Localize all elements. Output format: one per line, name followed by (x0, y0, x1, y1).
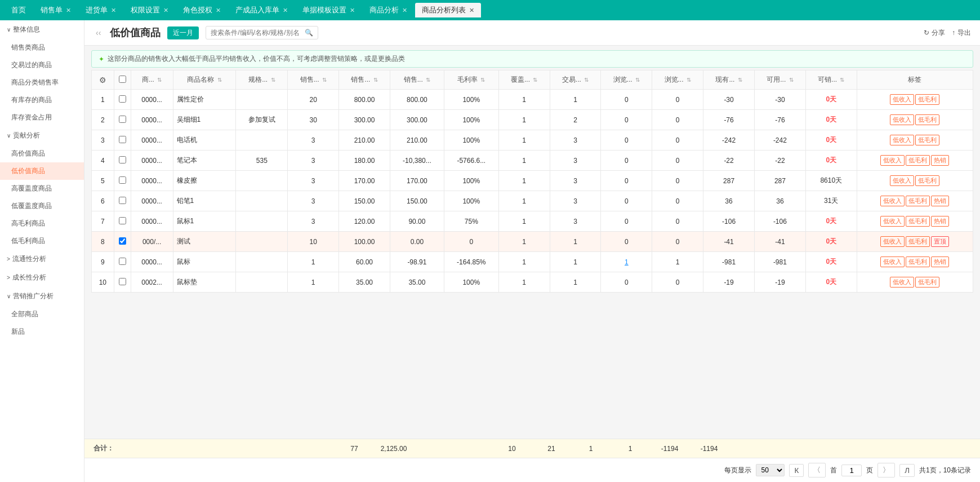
nav-item-销售单[interactable]: 销售单✕ (34, 3, 78, 17)
checkbox-header[interactable] (114, 70, 131, 90)
sidebar-section-3[interactable]: > 成长性分析 (0, 268, 84, 287)
row-sale-qty: 3 (288, 211, 339, 232)
tag-低收入: 低收入 (880, 216, 905, 227)
row-gross-margin: 100% (444, 272, 498, 293)
row-gross-margin: 0 (444, 232, 498, 252)
sidebar-item-高毛利商品[interactable]: 高毛利商品 (0, 215, 84, 232)
tag-热销: 热销 (931, 257, 949, 267)
nav-item-角色授权[interactable]: 角色授权✕ (176, 3, 228, 17)
nav-item-商品分析列表[interactable]: 商品分析列表✕ (415, 3, 481, 17)
row-available: -981 (754, 252, 805, 272)
row-checkbox[interactable] (119, 237, 126, 245)
search-input[interactable] (206, 26, 318, 39)
row-checkbox-cell[interactable] (114, 272, 131, 293)
nav-item-单据模板设置[interactable]: 单据模板设置✕ (296, 3, 362, 17)
nav-close-icon[interactable]: ✕ (216, 7, 221, 14)
row-checkbox-cell[interactable] (114, 171, 131, 191)
row-checkbox-cell[interactable] (114, 130, 131, 151)
row-view2: 0 (652, 171, 703, 191)
footer-col-6: 2,125.00 (374, 445, 413, 453)
page-size-select[interactable]: 50 100 200 (756, 464, 785, 476)
sidebar-item-低毛利商品[interactable]: 低毛利商品 (0, 232, 84, 250)
nav-item-首页[interactable]: 首页 (5, 3, 33, 17)
sidebar-item-高价值商品[interactable]: 高价值商品 (0, 145, 84, 162)
days-badge: 31天 (824, 197, 838, 205)
expand-arrow-icon: > (7, 256, 10, 262)
share-button[interactable]: ↻ 分享 (924, 28, 945, 38)
row-available: -76 (754, 110, 805, 130)
row-checkbox[interactable] (119, 217, 126, 224)
row-sale-amount: 300.00 (390, 110, 444, 130)
row-checkbox-cell[interactable] (114, 211, 131, 232)
nav-close-icon[interactable]: ✕ (283, 7, 288, 14)
row-checkbox[interactable] (119, 116, 126, 123)
nav-item-权限设置[interactable]: 权限设置✕ (124, 3, 175, 17)
nav-close-icon[interactable]: ✕ (469, 7, 474, 14)
next-page-button[interactable]: 〉 (877, 463, 895, 477)
tag-低收入: 低收入 (880, 196, 905, 206)
row-checkbox-cell[interactable] (114, 90, 131, 110)
nav-item-产成品入库单[interactable]: 产成品入库单✕ (229, 3, 295, 17)
nav-item-进货单[interactable]: 进货单✕ (79, 3, 123, 17)
row-spec: 参加复试 (236, 110, 288, 130)
row-checkbox-cell[interactable] (114, 110, 131, 130)
sidebar-item-销售类商品[interactable]: 销售类商品 (0, 39, 84, 56)
row-code: 0000... (131, 151, 173, 171)
filter-button[interactable]: 近一月 (167, 26, 199, 39)
row-view1: 0 (601, 232, 652, 252)
row-checkbox[interactable] (119, 136, 126, 143)
row-view2: 0 (652, 232, 703, 252)
row-checkbox[interactable] (119, 258, 126, 265)
collapse-sidebar-button[interactable]: ‹‹ (93, 28, 103, 37)
nav-close-icon[interactable]: ✕ (66, 7, 71, 14)
row-coverage: 1 (498, 130, 550, 151)
row-checkbox-cell[interactable] (114, 191, 131, 211)
nav-close-icon[interactable]: ✕ (163, 7, 168, 14)
sidebar-item-低价值商品[interactable]: 低价值商品 (0, 162, 84, 180)
row-checkbox[interactable] (119, 197, 126, 204)
gear-header[interactable]: ⚙ (92, 70, 114, 90)
row-checkbox[interactable] (119, 176, 126, 184)
nav-close-icon[interactable]: ✕ (350, 7, 355, 14)
footer-col-14: -1194 (689, 445, 729, 453)
sidebar-section-0[interactable]: ∨ 整体信息 (0, 20, 84, 39)
notice-bar: ✦ 这部分商品的销售收入大幅低于商品平均销售收入，价值不高，可考虑调整营销策略，… (91, 50, 973, 68)
sidebar-item-交易过的商品[interactable]: 交易过的商品 (0, 56, 84, 74)
settings-icon[interactable]: ⚙ (99, 76, 106, 85)
prev-page-button[interactable]: 〈 (808, 463, 826, 477)
nav-close-icon[interactable]: ✕ (402, 7, 407, 14)
export-button[interactable]: ↑ 导出 (952, 28, 971, 38)
sidebar-item-有库存的商品[interactable]: 有库存的商品 (0, 91, 84, 109)
row-checkbox-cell[interactable] (114, 252, 131, 272)
sidebar-item-商品分类销售率[interactable]: 商品分类销售率 (0, 74, 84, 91)
row-checkbox-cell[interactable] (114, 151, 131, 171)
row-checkbox[interactable] (119, 278, 126, 285)
sidebar-item-新品[interactable]: 新品 (0, 323, 84, 341)
row-saleable: 31天 (805, 191, 857, 211)
tag-低毛利: 低毛利 (915, 94, 939, 105)
sidebar-item-高覆盖度商品[interactable]: 高覆盖度商品 (0, 180, 84, 197)
page-number-input[interactable] (841, 465, 862, 476)
last-page-button[interactable]: Л (899, 464, 915, 477)
row-checkbox[interactable] (119, 95, 126, 103)
nav-close-icon[interactable]: ✕ (111, 7, 116, 14)
sidebar-section-1[interactable]: ∨ 贡献分析 (0, 126, 84, 145)
row-sale-price: 210.00 (339, 130, 390, 151)
row-checkbox-cell[interactable] (114, 232, 131, 252)
sidebar-item-全部商品[interactable]: 全部商品 (0, 306, 84, 323)
footer-col-2 (199, 445, 239, 453)
sidebar-item-库存资金占用[interactable]: 库存资金占用 (0, 109, 84, 126)
sidebar-item-低覆盖度商品[interactable]: 低覆盖度商品 (0, 197, 84, 215)
select-all-checkbox[interactable] (119, 76, 126, 83)
notice-text: 这部分商品的销售收入大幅低于商品平均销售收入，价值不高，可考虑调整营销策略，或是… (108, 54, 405, 64)
table-body: 1 0000... 属性定价 20 800.00 800.00 100% 1 1… (92, 90, 973, 293)
row-checkbox[interactable] (119, 156, 126, 163)
sidebar-section-2[interactable]: > 流通性分析 (0, 250, 84, 268)
nav-item-商品分析[interactable]: 商品分析✕ (363, 3, 414, 17)
sidebar-section-4[interactable]: ∨ 营销推广分析 (0, 287, 84, 306)
view1-value[interactable]: 1 (625, 258, 629, 266)
row-sale-price: 800.00 (339, 90, 390, 110)
col-sale-amount-header: 销售... ⇅ (390, 70, 444, 90)
page-suffix: 页 (866, 466, 873, 475)
first-page-button[interactable]: К (789, 464, 804, 477)
